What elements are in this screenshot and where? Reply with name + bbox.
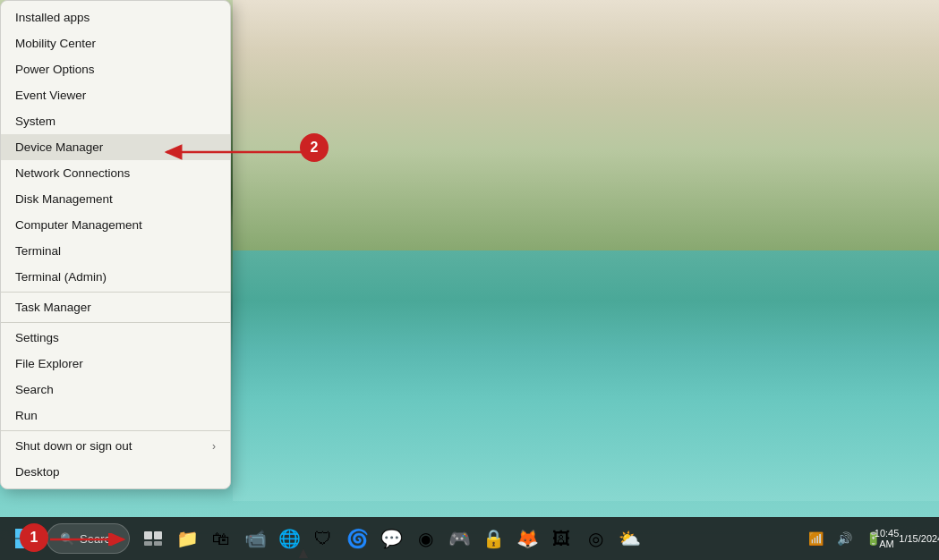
menu-item-terminal-admin[interactable]: Terminal (Admin) (1, 264, 230, 290)
annotation-badge-1: 1 (20, 523, 48, 552)
water-background (233, 250, 939, 501)
taskbar-icon-slack[interactable]: 💬 (375, 522, 407, 555)
taskbar-icon-firefox[interactable]: 🦊 (511, 522, 543, 555)
annotation-badge-2: 2 (300, 133, 329, 162)
menu-item-device-manager[interactable]: Device Manager (1, 134, 230, 160)
menu-item-desktop[interactable]: Desktop (1, 459, 230, 485)
taskbar-icon-ms-store[interactable]: 🛍 (205, 522, 237, 555)
menu-item-search[interactable]: Search (1, 377, 230, 403)
svg-rect-8 (144, 531, 152, 539)
taskbar-icon-teams[interactable]: 📹 (239, 522, 271, 555)
tray-icon-network[interactable]: 📶 (803, 526, 828, 551)
taskbar-icon-photos[interactable]: 🖼 (545, 522, 577, 555)
menu-separator-3 (1, 430, 230, 431)
taskbar-icon-game[interactable]: 🎮 (443, 522, 475, 555)
menu-separator-1 (1, 292, 230, 293)
menu-item-event-viewer[interactable]: Event Viewer (1, 82, 230, 108)
taskbar-system-tray: 📶 🔊 🔋 10:45 AM 1/15/2024 (803, 526, 939, 551)
menu-item-system[interactable]: System (1, 108, 230, 134)
menu-item-settings[interactable]: Settings (1, 325, 230, 351)
context-menu: Installed apps Mobility Center Power Opt… (0, 0, 231, 489)
menu-item-disk-management[interactable]: Disk Management (1, 186, 230, 212)
taskbar-icon-weather[interactable]: ⛅ (613, 522, 645, 555)
taskbar-icon-chrome2[interactable]: ◎ (579, 522, 611, 555)
tray-icon-volume[interactable]: 🔊 (832, 526, 857, 551)
taskbar-icon-edge2[interactable]: 🌀 (341, 522, 373, 555)
task-view-icon (144, 531, 162, 546)
tray-clock[interactable]: 10:45 AM 1/15/2024 (889, 526, 928, 551)
menu-item-power-options[interactable]: Power Options (1, 56, 230, 82)
menu-item-installed-apps[interactable]: Installed apps (1, 4, 230, 30)
tray-date: 1/15/2024 (899, 533, 939, 544)
menu-item-computer-management[interactable]: Computer Management (1, 212, 230, 238)
menu-item-mobility-center[interactable]: Mobility Center (1, 30, 230, 56)
menu-item-network-connections[interactable]: Network Connections (1, 160, 230, 186)
svg-rect-11 (154, 541, 162, 546)
taskbar-icon-malwarebytes[interactable]: 🛡 (307, 522, 339, 555)
menu-separator-2 (1, 322, 230, 323)
menu-item-run[interactable]: Run (1, 403, 230, 428)
taskbar-pinned-apps: 📁 🛍 📹 🌐 🛡 🌀 💬 ◉ 🎮 🔒 🦊 🖼 ◎ ⛅ (137, 522, 645, 555)
taskbar-search-bar[interactable]: 🔍 Search (47, 523, 130, 554)
taskbar-icon-chrome[interactable]: ◉ (409, 522, 441, 555)
shut-down-arrow-icon: › (212, 440, 216, 453)
menu-item-terminal[interactable]: Terminal (1, 238, 230, 264)
taskbar-icon-task-view[interactable] (137, 522, 169, 555)
taskbar-icon-vpn[interactable]: 🔒 (477, 522, 509, 555)
taskbar-icon-file-explorer[interactable]: 📁 (171, 522, 203, 555)
svg-rect-9 (154, 531, 162, 539)
taskbar-search-label: Search (80, 532, 116, 546)
taskbar-icon-edge[interactable]: 🌐 (273, 522, 305, 555)
taskbar-search-icon: 🔍 (60, 532, 74, 546)
menu-item-task-manager[interactable]: Task Manager (1, 294, 230, 320)
menu-item-shut-down[interactable]: Shut down or sign out › (1, 433, 230, 459)
sky-background (233, 0, 939, 250)
menu-item-file-explorer[interactable]: File Explorer (1, 351, 230, 377)
svg-rect-10 (144, 541, 152, 546)
taskbar: 🔍 Search 📁 🛍 📹 🌐 🛡 🌀 💬 ◉ 🎮 (0, 517, 939, 560)
tray-time: 10:45 AM (875, 528, 900, 549)
